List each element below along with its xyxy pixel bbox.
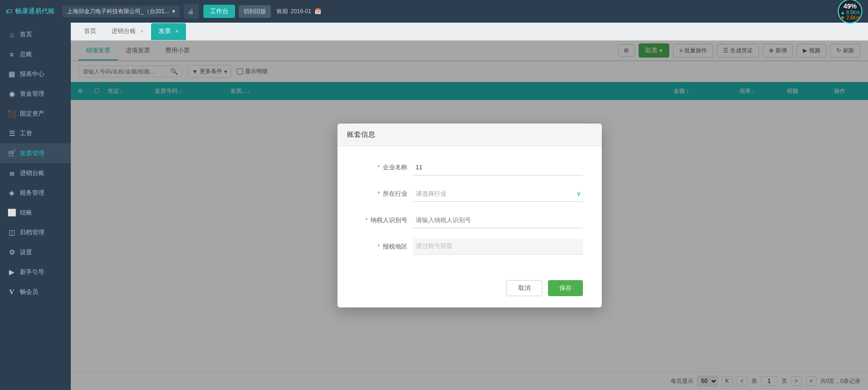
tab-invoice-label: 发票: [159, 27, 171, 34]
tax-region-placeholder: 通过税号获取: [416, 242, 453, 250]
sidebar-label-salary: 工资: [20, 129, 32, 138]
tax-region-field: 通过税号获取: [413, 239, 583, 255]
top-header: 🏷 畅康通易代账 上海卯金刀电子科技有限公司_（台201... ▾ 🖨 工作台 …: [0, 0, 868, 23]
reports-icon: ▦: [8, 70, 16, 78]
sidebar-label-reports: 报表中心: [20, 70, 44, 78]
sidebar-label-close: 结账: [20, 208, 32, 217]
speed-percent: 49%: [843, 2, 857, 10]
tax-region-label: * 报税地区: [356, 242, 413, 251]
save-button[interactable]: 保存: [548, 280, 583, 296]
sidebar-item-member[interactable]: V 畅会员: [0, 282, 71, 302]
funds-icon: ◉: [8, 90, 16, 98]
company-name-input[interactable]: [413, 159, 583, 175]
old-version-label: 切到旧版: [244, 8, 266, 15]
sidebar-item-guide[interactable]: ▶ 新手引导: [0, 262, 71, 282]
industry-select-wrap: 请选择行业 ∨: [413, 186, 583, 202]
sidebar-label-home: 首页: [20, 30, 32, 39]
sales-ledger-icon: ≣: [8, 169, 16, 177]
sidebar-label-invoice: 发票管理: [20, 149, 44, 158]
dialog: 账套信息 * 企业名称: [337, 124, 602, 307]
form-row-industry: * 所在行业 请选择行业 ∨: [356, 186, 583, 202]
sidebar-label-assets: 固定资产: [20, 109, 44, 118]
sidebar-item-settings[interactable]: ⚙ 设置: [0, 242, 71, 262]
content-area: 销项发票 进项发票 费用小票 ⊞ 取票 ▾: [71, 41, 868, 390]
form-row-tax-id: * 纳税人识别号: [356, 212, 583, 228]
form-row-company-name: * 企业名称: [356, 159, 583, 175]
sidebar-label-ledger: 总账: [20, 50, 32, 58]
sidebar-item-salary[interactable]: ☰ 工资: [0, 124, 71, 143]
tab-bar: 首页 进销台账 × 发票 ×: [71, 23, 868, 41]
sidebar-item-invoice[interactable]: 🛒 发票管理: [0, 143, 71, 163]
sidebar-item-home[interactable]: ⌂ 首页: [0, 25, 71, 44]
speed-up: ▲ 8.5K/s: [840, 10, 860, 15]
close-ledger-icon: ⬜: [8, 208, 16, 217]
workbench-button[interactable]: 工作台: [203, 5, 235, 18]
tab-home-label: 首页: [84, 27, 96, 34]
calendar-icon[interactable]: 📅: [314, 8, 321, 15]
industry-label: * 所在行业: [356, 190, 413, 198]
ledger-icon: ≡: [8, 50, 16, 58]
company-selector[interactable]: 上海卯金刀电子科技有限公司_（台201... ▾: [62, 6, 180, 17]
member-icon: V: [8, 288, 16, 296]
tab-close-invoice[interactable]: ×: [176, 28, 178, 34]
old-version-button[interactable]: 切到旧版: [239, 5, 271, 18]
workbench-label: 工作台: [210, 8, 228, 15]
tab-sales-ledger-label: 进销台账: [111, 27, 136, 34]
period-label: 账期: [277, 8, 288, 16]
sidebar-item-close[interactable]: ⬜ 结账: [0, 203, 71, 223]
salary-icon: ☰: [8, 129, 16, 138]
cancel-btn-label: 取消: [518, 284, 531, 291]
sidebar-label-tax: 税务管理: [20, 189, 44, 197]
sidebar-item-ledger[interactable]: ≡ 总账: [0, 44, 71, 64]
invoice-icon: 🛒: [8, 149, 16, 158]
main-layout: ⌂ 首页 ≡ 总账 ▦ 报表中心 ◉ 资金管理 ⬛ 固定资产 ☰ 工资 🛒 发票…: [0, 23, 868, 390]
tab-home[interactable]: 首页: [76, 23, 104, 40]
print-icon: 🖨: [188, 8, 194, 15]
tab-close-sales-ledger[interactable]: ×: [141, 28, 143, 34]
tax-icon: ◈: [8, 189, 16, 197]
sidebar-item-assets[interactable]: ⬛ 固定资产: [0, 104, 71, 124]
home-icon: ⌂: [8, 31, 16, 39]
sidebar-item-archive[interactable]: ◫ 归档管理: [0, 223, 71, 242]
industry-select[interactable]: 请选择行业: [413, 190, 583, 197]
guide-icon: ▶: [8, 268, 16, 276]
tab-invoice[interactable]: 发票 ×: [151, 23, 186, 40]
tab-sales-ledger[interactable]: 进销台账 ×: [104, 23, 151, 40]
assets-icon: ⬛: [8, 109, 16, 118]
save-btn-label: 保存: [559, 284, 572, 291]
sidebar-item-sales-ledger[interactable]: ≣ 进销台账: [0, 163, 71, 183]
main-content: 首页 进销台账 × 发票 × 销项发票 进项发票: [71, 23, 868, 390]
sidebar-item-funds[interactable]: ◉ 资金管理: [0, 84, 71, 104]
dialog-body: * 企业名称 * 所在行业: [337, 146, 602, 274]
period-value: 2016-01: [291, 8, 312, 15]
tax-id-label: * 纳税人识别号: [356, 216, 413, 224]
sidebar-label-archive: 归档管理: [20, 228, 44, 237]
archive-icon: ◫: [8, 228, 16, 237]
sidebar: ⌂ 首页 ≡ 总账 ▦ 报表中心 ◉ 资金管理 ⬛ 固定资产 ☰ 工资 🛒 发票…: [0, 23, 71, 390]
sidebar-item-tax[interactable]: ◈ 税务管理: [0, 183, 71, 203]
header-print-btn[interactable]: 🖨: [184, 4, 199, 19]
company-name-label: * 企业名称: [356, 163, 413, 172]
sidebar-item-reports[interactable]: ▦ 报表中心: [0, 64, 71, 84]
sidebar-label-member: 畅会员: [20, 288, 38, 296]
dialog-title: 账套信息: [347, 130, 375, 138]
speed-indicator: 49% ▲ 8.5K/s ▼ 2.6K/s: [838, 0, 862, 24]
cancel-button[interactable]: 取消: [506, 280, 542, 296]
app-title: 畅康通易代账: [15, 7, 55, 16]
dialog-footer: 取消 保存: [337, 274, 602, 307]
settings-icon: ⚙: [8, 248, 16, 257]
speed-down: ▼ 2.6K/s: [840, 15, 860, 20]
account-period: 账期 2016-01 📅: [277, 8, 321, 16]
dropdown-icon: ▾: [172, 8, 175, 15]
sidebar-label-settings: 设置: [20, 248, 32, 257]
sidebar-label-funds: 资金管理: [20, 90, 44, 98]
dialog-header: 账套信息: [337, 124, 602, 146]
sidebar-label-sales-ledger: 进销台账: [20, 169, 44, 177]
tax-id-input[interactable]: [413, 212, 583, 228]
overlay: 账套信息 * 企业名称: [71, 41, 868, 390]
logo-icon: 🏷: [6, 8, 12, 15]
form-row-tax-region: * 报税地区 通过税号获取: [356, 239, 583, 255]
company-name: 上海卯金刀电子科技有限公司_（台201...: [67, 8, 169, 16]
header-right: 49% ▲ 8.5K/s ▼ 2.6K/s: [838, 0, 862, 24]
app-logo: 🏷 畅康通易代账: [6, 7, 55, 16]
